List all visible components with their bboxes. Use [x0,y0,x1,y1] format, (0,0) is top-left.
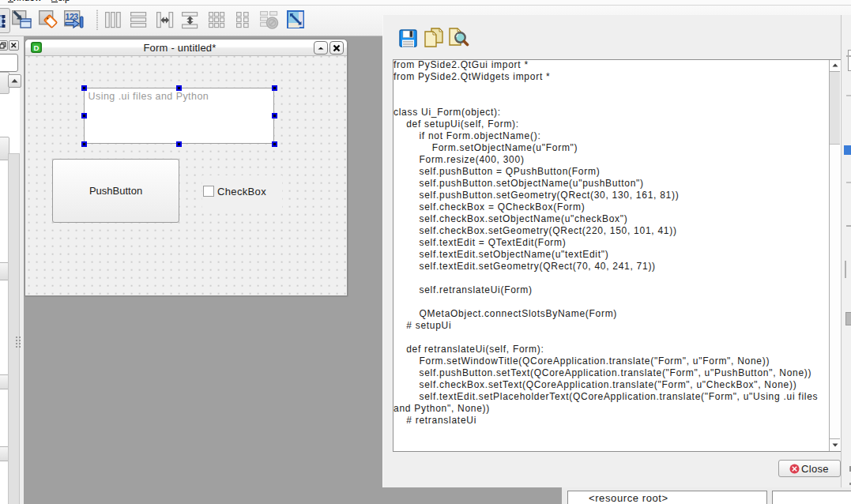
svg-text:123: 123 [66,12,79,21]
